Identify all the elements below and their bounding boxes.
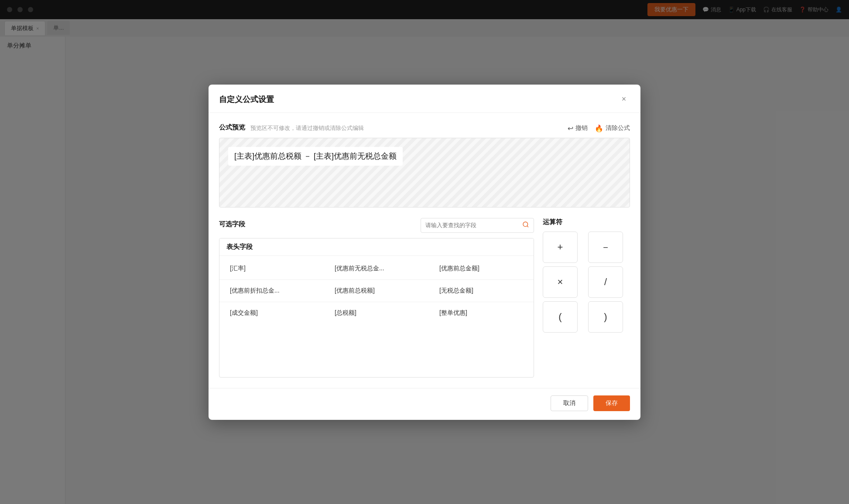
- modal-title: 自定义公式设置: [219, 94, 274, 105]
- formula-preview-box: [主表]优惠前总税额 － [主表]优惠前无税总金额: [219, 138, 630, 208]
- fields-group-header: 表头字段: [219, 238, 534, 256]
- svg-line-1: [527, 226, 528, 227]
- field-item-0[interactable]: [汇率]: [223, 260, 321, 277]
- formula-actions: ↩ 撤销 🔥 清除公式: [568, 124, 630, 133]
- field-item-5[interactable]: [无税总金额]: [432, 283, 530, 299]
- undo-icon: ↩: [568, 124, 573, 133]
- op-close-paren-button[interactable]: ): [588, 301, 623, 333]
- field-item-3[interactable]: [优惠前折扣总金...: [223, 283, 321, 299]
- save-button[interactable]: 保存: [593, 395, 630, 411]
- formula-modal: 自定义公式设置 × 公式预览 预览区不可修改，请通过撤销或清除公式编辑 ↩ 撤销: [209, 85, 640, 420]
- field-item-8[interactable]: [整单优惠]: [432, 305, 530, 321]
- field-item-1[interactable]: [优惠前无税总金...: [328, 260, 425, 277]
- undo-button[interactable]: ↩ 撤销: [568, 124, 588, 133]
- search-icon: [522, 221, 529, 230]
- operators-label: 运算符: [543, 218, 630, 226]
- field-item-7[interactable]: [总税额]: [328, 305, 425, 321]
- clear-icon: 🔥: [595, 124, 603, 133]
- fields-grid: [汇率] [优惠前无税总金... [优惠前总金额] [优惠前折扣总金... [优…: [219, 256, 534, 326]
- field-item-2[interactable]: [优惠前总金额]: [432, 260, 530, 277]
- formula-hint: 预览区不可修改，请通过撤销或清除公式编辑: [250, 124, 364, 132]
- formula-header: 公式预览 预览区不可修改，请通过撤销或清除公式编辑 ↩ 撤销 🔥 清除公式: [219, 123, 630, 133]
- fields-table: 表头字段 [汇率] [优惠前无税总金... [优惠前总金额] [优惠前折扣总金.…: [219, 238, 534, 378]
- fields-label: 可选字段: [219, 220, 245, 228]
- modal-body: 公式预览 预览区不可修改，请通过撤销或清除公式编辑 ↩ 撤销 🔥 清除公式 [主…: [209, 113, 640, 388]
- modal-close-button[interactable]: ×: [618, 93, 630, 106]
- field-divider-2: [219, 302, 534, 302]
- search-input[interactable]: [425, 222, 520, 228]
- modal-footer: 取消 保存: [209, 388, 640, 420]
- search-box[interactable]: [421, 218, 534, 233]
- fields-section: 可选字段 表头字段: [219, 218, 534, 378]
- operators-section: 运算符 + － × / ( ): [543, 218, 630, 333]
- modal-backdrop: 自定义公式设置 × 公式预览 预览区不可修改，请通过撤销或清除公式编辑 ↩ 撤销: [0, 0, 849, 504]
- modal-header: 自定义公式设置 ×: [209, 85, 640, 113]
- op-divide-button[interactable]: /: [588, 266, 623, 298]
- formula-header-left: 公式预览 预览区不可修改，请通过撤销或清除公式编辑: [219, 123, 364, 133]
- operators-grid: + － × / ( ): [543, 232, 630, 333]
- field-item-4[interactable]: [优惠前总税额]: [328, 283, 425, 299]
- field-item-6[interactable]: [成交金额]: [223, 305, 321, 321]
- formula-display: [主表]优惠前总税额 － [主表]优惠前无税总金额: [228, 147, 403, 166]
- fields-header: 可选字段: [219, 218, 534, 233]
- op-add-button[interactable]: +: [543, 232, 578, 263]
- op-multiply-button[interactable]: ×: [543, 266, 578, 298]
- fields-operators-row: 可选字段 表头字段: [219, 218, 630, 378]
- op-open-paren-button[interactable]: (: [543, 301, 578, 333]
- op-subtract-button[interactable]: －: [588, 232, 623, 263]
- formula-preview-label: 公式预览: [219, 123, 245, 132]
- field-divider: [219, 279, 534, 280]
- clear-formula-button[interactable]: 🔥 清除公式: [595, 124, 630, 133]
- cancel-button[interactable]: 取消: [551, 395, 588, 411]
- svg-point-0: [523, 222, 528, 227]
